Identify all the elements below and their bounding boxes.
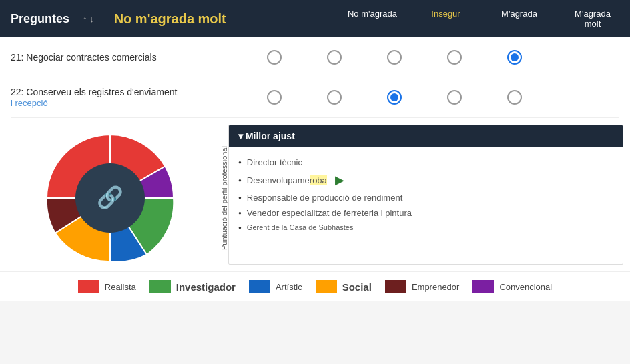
vertical-label: Puntuació del perfil professional	[220, 131, 228, 265]
legend-color-emprenedor	[385, 280, 406, 293]
col-no-magrada: No m'agrada	[346, 9, 399, 29]
column-headers: No m'agrada Insegur M'agrada M'agrada mo…	[346, 9, 619, 29]
radio-cell-22-4[interactable]	[424, 90, 485, 105]
legend-label-artistic: Artístic	[276, 282, 302, 292]
radio-22-3[interactable]	[387, 90, 402, 105]
legend-label-convencional: Convencional	[499, 282, 552, 292]
best-fit-header: Millor ajust	[229, 125, 623, 147]
legend-label-emprenedor: Emprenedor	[412, 282, 460, 292]
radio-21-4[interactable]	[447, 50, 462, 65]
chart-icon: 🔗	[97, 185, 123, 210]
chart-label: Puntuació del perfil professional	[220, 146, 228, 250]
legend-color-social	[316, 280, 337, 293]
best-fit-item-1[interactable]: Director tècnic	[238, 155, 613, 170]
legend-artistic: Artístic	[249, 280, 302, 293]
col-insegur: Insegur	[419, 9, 472, 29]
legend-investigador: Investigador	[149, 280, 236, 293]
legend-color-convencional	[472, 280, 494, 293]
best-fit-item-1-text: Director tècnic	[247, 157, 302, 167]
highlight-roba: roba	[310, 175, 327, 185]
radio-21-2[interactable]	[327, 50, 342, 65]
radio-22-4[interactable]	[447, 90, 462, 105]
legend-convencional: Convencional	[472, 280, 552, 293]
legend-color-investigador	[149, 280, 171, 293]
radio-cell-21-4[interactable]	[424, 50, 485, 65]
radio-cell-21-2[interactable]	[304, 50, 364, 65]
radio-cell-22-2[interactable]	[304, 90, 364, 105]
sort-label[interactable]: ↑ ↓	[83, 14, 94, 24]
legend-label-social: Social	[342, 281, 372, 293]
legend-label-investigador: Investigador	[176, 281, 236, 293]
radio-21-5[interactable]	[507, 50, 522, 65]
legend-emprenedor: Emprenedor	[385, 280, 460, 293]
radio-22-2[interactable]	[327, 90, 342, 105]
cursor-icon: ▶	[335, 173, 344, 187]
legend: Realista Investigador Artístic Social Em…	[0, 271, 630, 301]
radio-cell-22-5[interactable]	[485, 90, 545, 105]
question-row-22: 22: Conserveu els registres d'enviament …	[11, 77, 619, 118]
radio-cell-21-3[interactable]	[364, 50, 424, 65]
header-title: Preguntes	[11, 12, 69, 26]
radio-cell-22-3[interactable]	[364, 90, 424, 105]
radio-22-1[interactable]	[267, 90, 282, 105]
best-fit-item-5[interactable]: Gerent de la Casa de Subhastes	[238, 221, 613, 234]
best-fit-item-3[interactable]: Responsable de producció de rendiment	[238, 190, 613, 205]
best-fit-item-4-text: Venedor especialitzat de ferreteria i pi…	[247, 208, 412, 218]
questions-area: 21: Negociar contractes comercials 22: C…	[0, 37, 630, 118]
col-magrada-molt: M'agrada molt	[566, 9, 619, 29]
question-22-sub: i recepció	[11, 98, 48, 108]
best-fit-item-3-text: Responsable de producció de rendiment	[247, 193, 402, 203]
best-fit-item-2-text: Desenvolupameroba	[247, 175, 327, 185]
radio-group-21	[244, 50, 545, 65]
radio-cell-22-1[interactable]	[244, 90, 304, 105]
legend-color-artistic	[249, 280, 270, 293]
radio-cell-21-1[interactable]	[244, 50, 304, 65]
legend-color-realista	[78, 280, 99, 293]
legend-realista: Realista	[78, 280, 136, 293]
bottom-section: 🔗 Puntuació del perfil professional Mill…	[0, 118, 630, 271]
header: Preguntes ↑ ↓ No m'agrada molt No m'agra…	[0, 0, 630, 37]
question-row-21: 21: Negociar contractes comercials	[11, 37, 619, 77]
question-22-text: 22: Conserveu els registres d'enviament …	[11, 87, 224, 108]
best-fit-panel: Millor ajust Director tècnic Desenvolupa…	[228, 125, 623, 265]
legend-social: Social	[316, 280, 372, 293]
col-magrada: M'agrada	[493, 9, 546, 29]
radio-cell-21-5[interactable]	[485, 50, 545, 65]
best-fit-item-4[interactable]: Venedor especialitzat de ferreteria i pi…	[238, 205, 613, 221]
radio-group-22	[244, 90, 545, 105]
legend-label-realista: Realista	[105, 282, 136, 292]
best-fit-item-2[interactable]: Desenvolupameroba ▶	[238, 170, 613, 190]
best-fit-item-5-text: Gerent de la Casa de Subhastes	[247, 223, 354, 231]
radio-21-1[interactable]	[267, 50, 282, 65]
highlighted-label: No m'agrada molt	[114, 11, 346, 27]
radio-22-5[interactable]	[507, 90, 522, 105]
chart-svg: 🔗	[37, 128, 184, 268]
best-fit-list: Director tècnic Desenvolupameroba ▶ Resp…	[229, 147, 623, 242]
radio-21-3[interactable]	[387, 50, 402, 65]
question-21-text: 21: Negociar contractes comercials	[11, 52, 224, 63]
donut-chart: 🔗	[0, 125, 220, 271]
